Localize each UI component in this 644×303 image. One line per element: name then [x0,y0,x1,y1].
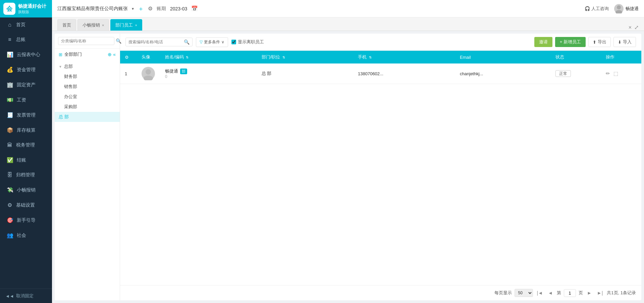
employee-search-box: 🔍 [125,38,193,46]
sidebar-item-inventory[interactable]: 📦 库存核算 [0,123,52,138]
export-label: 导出 [598,39,606,45]
tab-expense[interactable]: 小畅报销 × [77,19,109,31]
top-header: 江西服宝精品有限责任公司内账张 ▾ ＋ ⚙ 账期 2023-03 📅 🎧 人工咨… [52,0,644,17]
sidebar-item-invoice[interactable]: 🧾 发票管理 [0,107,52,123]
sidebar-item-social[interactable]: 👥 社会 [0,228,52,243]
dept-search-input[interactable] [58,37,114,45]
next-page-button[interactable]: ► [586,290,593,296]
tree-node-zongbu[interactable]: ▼ 总部 [55,61,120,72]
import-button[interactable]: ⬇ 导入 [613,37,636,47]
table-row: 1 畅捷通 部 0 [120,63,641,84]
sort-name-icon: ⇅ [186,55,189,59]
sidebar-item-reports[interactable]: 📊 云报表中心 [0,47,52,62]
company-dropdown-button[interactable]: ▾ [132,6,134,11]
dept-sidebar: 🔍 ⊞ 全部部门 ⊕ « ▼ 总部 财务部 销售部 [55,34,120,300]
tree-node-finance[interactable]: 财务部 [55,72,120,82]
sidebar-item-home[interactable]: ⌂ 首页 [0,17,52,32]
more-filters-button[interactable]: ▽ 更多条件 ∨ [196,37,228,47]
expand-icon: ▼ [59,65,62,69]
close-tab-expense-icon[interactable]: × [102,23,104,27]
maximize-tab-button[interactable]: ⤢ [634,24,639,31]
sidebar-item-funds[interactable]: 💰 资金管理 [0,62,52,77]
svg-point-3 [144,76,153,80]
employee-toolbar: 🔍 ▽ 更多条件 ∨ 显示离职员工 邀请 + 新增员工 ⬆ 导出 [120,34,641,51]
dept-add-button[interactable]: ⊕ [108,52,112,57]
employee-search-icon[interactable]: 🔍 [184,39,190,45]
th-avatar: 头像 [137,51,160,63]
prev-page-button[interactable]: ◄ [547,290,554,296]
add-employee-button[interactable]: + 新增员工 [555,37,586,47]
tree-node-label: 财务部 [64,74,77,80]
consultation-button[interactable]: 🎧 人工咨询 [585,6,609,12]
sidebar-item-tax[interactable]: 🏛 税务管理 [0,138,52,153]
tree-node-label: 办公室 [64,94,77,100]
last-page-button[interactable]: ►| [596,290,604,296]
logout-employee-button[interactable]: ⬚ [613,71,618,77]
th-phone[interactable]: 手机 ⇅ [353,51,455,63]
th-settings[interactable]: ⚙ [120,51,137,63]
page-size-select[interactable]: 50 100 200 [515,289,533,297]
user-name: 畅捷通 [626,6,639,12]
company-name[interactable]: 江西服宝精品有限责任公司内账张 [57,6,128,12]
dept-header-actions: ⊕ « [108,52,116,57]
chevron-down-icon: ∨ [221,40,224,44]
social-icon: 👥 [7,232,13,239]
close-tab-employees-icon[interactable]: × [135,23,137,27]
headset-icon: 🎧 [585,6,590,11]
th-name[interactable]: 姓名/编码 ⇅ [160,51,257,63]
employee-name: 畅捷通 [165,68,178,74]
th-actions: 操作 [601,51,641,63]
tree-node-label: 销售部 [64,84,77,90]
edit-employee-button[interactable]: ✏ [606,71,610,77]
user-area[interactable]: 畅捷通 [614,4,639,13]
calendar-icon[interactable]: 📅 [191,5,198,12]
sidebar-item-label: 云报表中心 [17,52,40,58]
ledger-icon: ≡ [7,37,13,43]
tree-node-purchase[interactable]: 采购部 [55,102,120,112]
tab-employees[interactable]: 部门员工 × [110,19,142,31]
dept-collapse-button[interactable]: « [113,52,116,57]
row-name-cell: 畅捷通 部 0 [160,63,257,84]
row-phone-cell: 138070602... [353,63,455,84]
page-input[interactable] [564,289,576,297]
show-resigned-checkbox[interactable] [231,40,236,44]
sidebar-item-archive[interactable]: 🗄 归档管理 [0,168,52,182]
invite-button[interactable]: 邀请 [534,37,552,47]
period-label: 账期 [157,6,166,12]
settings-gear-button[interactable]: ⚙ [148,5,153,12]
pagination-bar: 每页显示 50 100 200 |◄ ◄ 第 页 ► ►| 共1页, 1条记录 [120,285,641,300]
add-tab-button[interactable]: ＋ [138,5,144,13]
export-button[interactable]: ⬆ 导出 [588,37,611,47]
th-dept[interactable]: 部门/职位 ⇅ [257,51,354,63]
sidebar-item-ledger[interactable]: ≡ 总账 [0,32,52,47]
sidebar-item-salary[interactable]: 💵 工资 [0,92,52,107]
sidebar-unpin-button[interactable]: ◄◄ 取消固定 [0,289,52,303]
show-resigned-checkbox-label[interactable]: 显示离职员工 [231,39,264,45]
close-tab-button[interactable]: × [629,25,632,31]
sidebar-item-guide[interactable]: 🎯 新手引导 [0,213,52,228]
sidebar-item-expense[interactable]: 💸 小畅报销 [0,182,52,198]
th-status: 状态 [551,51,601,63]
row-dept-cell: 总 部 [257,63,354,84]
employee-search-input[interactable] [128,40,182,44]
expense-icon: 💸 [7,187,13,193]
tree-node-label: 采购部 [64,104,77,110]
salary-icon: 💵 [7,97,13,103]
sidebar-item-label: 发票管理 [17,112,36,118]
tab-home[interactable]: 首页 [57,19,76,31]
dept-badge: 部 [180,69,187,74]
sidebar-item-settings[interactable]: ⚙ 基础设置 [0,198,52,213]
first-page-button[interactable]: |◄ [536,290,544,296]
sidebar-item-label: 工资 [17,97,26,103]
tax-icon: 🏛 [7,142,13,148]
tree-node-sales[interactable]: 销售部 [55,82,120,92]
sidebar-logo: 会 畅捷通好会计 旗舰版 [0,0,52,17]
sidebar-item-label: 结账 [17,157,26,163]
sidebar-item-label: 社会 [17,232,26,239]
tree-node-general-dept[interactable]: 总 部 [55,112,120,122]
sidebar-item-assets[interactable]: 🏢 固定资产 [0,77,52,92]
sidebar: 会 畅捷通好会计 旗舰版 ⌂ 首页 ≡ 总账 📊 云报表中心 💰 资金管理 🏢 … [0,0,52,303]
tab-label: 小畅报销 [83,22,100,28]
sidebar-item-closing[interactable]: ✅ 结账 [0,153,52,168]
tree-node-office[interactable]: 办公室 [55,92,120,102]
